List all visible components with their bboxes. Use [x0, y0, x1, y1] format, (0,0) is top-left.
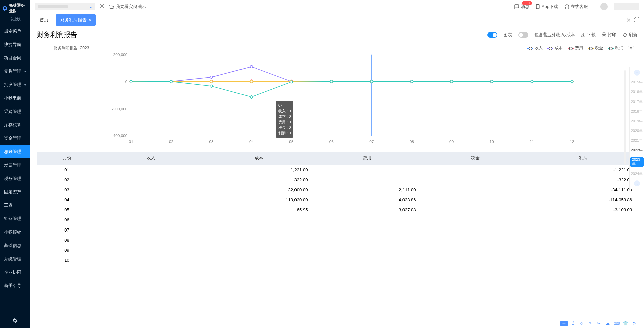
sidebar-item-fixed-assets[interactable]: 固定资产 [0, 185, 30, 199]
message-button[interactable]: 消息 99 + [514, 4, 529, 10]
year-item[interactable]: 2022年 [631, 147, 643, 153]
logo-icon [2, 5, 8, 11]
tab-report[interactable]: 财务利润报告 × [56, 14, 96, 26]
svg-point-36 [210, 76, 213, 79]
chart-toggle[interactable] [487, 32, 497, 38]
fullscreen-icon[interactable]: ⛶ [634, 17, 639, 23]
year-item[interactable]: 2020年 [631, 128, 643, 134]
year-item[interactable]: 2015年 [631, 79, 643, 85]
year-item[interactable]: 2023年 [630, 157, 644, 167]
legend-item[interactable]: 利润 [608, 45, 623, 51]
sidebar-item-label: 资金管理 [4, 135, 21, 141]
svg-point-0 [101, 5, 103, 7]
legend-item[interactable]: 税金 [588, 45, 603, 51]
cell-cost [205, 235, 313, 245]
year-item[interactable]: 2018年 [631, 108, 643, 115]
legend-item[interactable]: 收入 [527, 45, 543, 51]
user-name[interactable] [614, 3, 639, 10]
sidebar-item-label: 快捷导航 [4, 42, 21, 48]
legend-item[interactable]: 成本 [547, 45, 563, 51]
extra-toggle[interactable] [518, 32, 528, 38]
sidebar-item-operations[interactable]: 经营管理 [0, 212, 30, 225]
chart-canvas[interactable]: -400,000-200,0000200,0000102030405060708… [37, 51, 637, 145]
cell-fee [313, 255, 421, 265]
year-down-icon[interactable]: ⌄ [634, 180, 640, 186]
sidebar-item-expense[interactable]: 小畅报销 [0, 225, 30, 239]
extra-toggle-label: 包含营业外收入/成本 [534, 32, 575, 38]
sidebar-item-purchase[interactable]: 采购管理 [0, 105, 30, 118]
sidebar: 畅捷通好业财 专业版 搜索菜单快捷导航项目合同零售管理▾批发管理▾小畅电商采购管… [0, 0, 30, 328]
scroll-indicator[interactable] [624, 70, 626, 164]
legend-expand-icon[interactable]: ⊕ [628, 46, 634, 50]
year-up-icon[interactable]: ⌃ [634, 70, 640, 76]
download-button[interactable]: App下载 [535, 4, 558, 10]
dock-smile-icon[interactable]: ☺ [578, 320, 585, 327]
close-all-icon[interactable]: ✕ [626, 17, 631, 23]
chevron-down-icon: ▾ [24, 83, 26, 87]
year-item[interactable]: 2019年 [631, 118, 643, 124]
year-item[interactable]: 2021年 [631, 137, 643, 144]
legend-label: 税金 [595, 45, 603, 51]
legend-item[interactable]: 费用 [568, 45, 583, 51]
sidebar-item-ecommerce[interactable]: 小畅电商 [0, 91, 30, 105]
sidebar-item-funds[interactable]: 资金管理 [0, 132, 30, 145]
sidebar-settings[interactable] [0, 315, 30, 328]
close-icon[interactable]: × [89, 18, 91, 22]
refresh-action[interactable]: 刷新 [623, 32, 637, 38]
cell-tax [421, 165, 529, 175]
sidebar-item-label: 新手引导 [4, 283, 21, 289]
dock-edit-icon[interactable]: ✎ [587, 320, 594, 327]
sidebar-item-label: 采购管理 [4, 109, 21, 115]
sidebar-item-system[interactable]: 系统管理 [0, 252, 30, 266]
tab-home[interactable]: 首页 [35, 14, 53, 26]
service-button[interactable]: 在线客服 [564, 4, 588, 10]
dock-keyboard-icon[interactable]: ⌨ [613, 320, 620, 327]
dock-settings-icon[interactable]: ⚙ [631, 320, 637, 327]
download-icon [535, 4, 540, 9]
dock-cloud-icon[interactable]: ☁ [604, 320, 611, 327]
sidebar-item-base-info[interactable]: 基础信息 [0, 239, 30, 252]
svg-text:0: 0 [125, 79, 128, 84]
sidebar-item-ledger[interactable]: 总账管理 [0, 145, 30, 158]
ime-badge[interactable]: 王 [560, 321, 568, 326]
dock-person-icon[interactable]: 👕 [622, 320, 629, 327]
sidebar-item-search-menu[interactable]: 搜索菜单 [0, 24, 30, 38]
sidebar-item-guide[interactable]: 新手引导 [0, 279, 30, 292]
download-action[interactable]: 下载 [581, 32, 596, 38]
table-row: 09 [37, 245, 637, 255]
cell-tax [421, 175, 529, 185]
year-item[interactable]: 2024年 [631, 171, 643, 177]
dock-scissors-icon[interactable]: ✂ [596, 320, 602, 327]
tab-home-label: 首页 [40, 17, 48, 23]
ime-lang[interactable]: 英 [570, 320, 576, 327]
sidebar-item-label: 批发管理 [4, 82, 21, 88]
svg-text:-400,000: -400,000 [112, 133, 128, 138]
sidebar-item-quick-nav[interactable]: 快捷导航 [0, 38, 30, 51]
cell-cost: 110,020.00 [205, 195, 313, 205]
sidebar-item-wholesale[interactable]: 批发管理▾ [0, 78, 30, 91]
svg-text:-200,000: -200,000 [112, 107, 128, 111]
org-selector[interactable]: ⌄ [35, 3, 95, 10]
svg-point-37 [250, 65, 253, 68]
table-header: 月份 [37, 152, 97, 165]
table-header: 费用 [313, 152, 421, 165]
sidebar-item-collab[interactable]: 企业协同 [0, 266, 30, 279]
cell-income [97, 225, 205, 235]
sidebar-item-label: 项目合同 [4, 55, 21, 61]
avatar[interactable] [600, 3, 608, 10]
ime-dock: 王 英 ☺ ✎ ✂ ☁ ⌨ 👕 ⚙ [560, 320, 637, 327]
print-action[interactable]: 打印 [602, 32, 616, 38]
sidebar-item-invoice[interactable]: 发票管理 [0, 158, 30, 172]
settings-icon[interactable] [99, 3, 105, 10]
sidebar-item-tax[interactable]: 税务管理 [0, 172, 30, 185]
legend-label: 费用 [575, 45, 583, 51]
sidebar-item-salary[interactable]: 工资 [0, 199, 30, 212]
demo-button[interactable]: 我要看实例演示 [109, 4, 146, 10]
sidebar-item-inventory[interactable]: 库存核算 [0, 118, 30, 132]
sidebar-item-project-contract[interactable]: 项目合同 [0, 51, 30, 65]
sidebar-item-retail[interactable]: 零售管理▾ [0, 65, 30, 78]
brand-edition: 专业版 [0, 17, 30, 24]
cell-tax [421, 245, 529, 255]
year-item[interactable]: 2016年 [631, 89, 643, 95]
year-item[interactable]: 2017年 [631, 99, 643, 105]
